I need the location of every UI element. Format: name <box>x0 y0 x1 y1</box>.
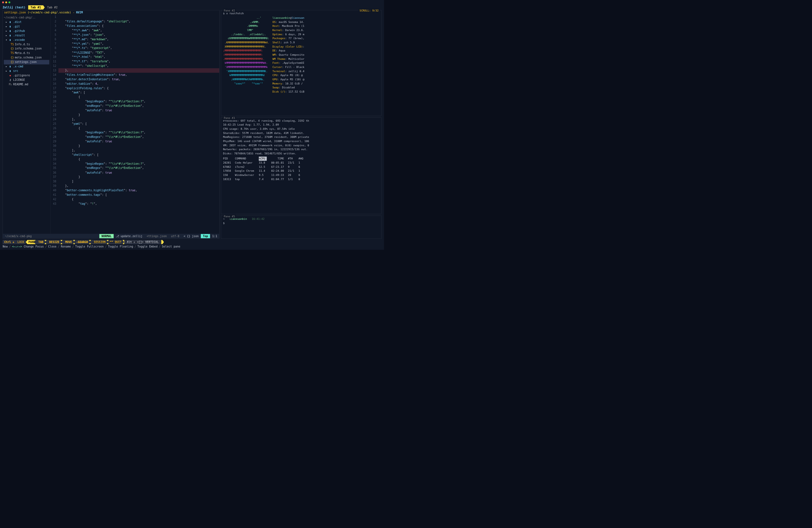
code-line[interactable]: "beginRegex": "^\\s*#\\s*Section:?", <box>59 162 219 166</box>
code-line[interactable]: "tag": "!", <box>59 202 219 206</box>
code-line[interactable]: "**/*.awk": "awk", <box>59 28 219 33</box>
tree-dir-.vscode[interactable]: ▾ ▮ .vscode <box>4 38 49 42</box>
code-line[interactable]: "**/*": "shellscript", <box>59 64 219 68</box>
code-line[interactable]: "editor.tabSize": 4, <box>59 82 219 86</box>
tree-file-Info.d.ts[interactable]: TS Info.d.ts <box>4 42 49 47</box>
code-line[interactable]: "better-comments.highlightPlainText": tr… <box>59 188 219 193</box>
mode-lock[interactable]: LOCK <box>15 240 27 244</box>
code-line[interactable]: ], <box>59 117 219 122</box>
tree-dir-.dist[interactable]: ▸ ▮ .dist <box>4 20 49 24</box>
tree-file-LICENSE[interactable]: ⚷ LICENSE <box>4 78 49 82</box>
tree-dir-.x-cmd[interactable]: ▸ ▮ .x-cmd <box>4 64 49 69</box>
code-line[interactable]: "beginRegex": "^\\s*#\\s*Section:?", <box>59 131 219 135</box>
code-line[interactable]: { <box>59 197 219 202</box>
code-line[interactable]: "autoFold": true <box>59 139 219 144</box>
minimize-icon[interactable] <box>5 1 7 3</box>
tree-file-settings.json[interactable]: {} settings.json <box>4 60 49 64</box>
code-line[interactable]: "**/*.yml": "yaml", <box>59 42 219 46</box>
tree-file-.gitignore[interactable]: ◆ .gitignore <box>4 73 49 78</box>
tree-file-meta.schema.json[interactable]: {} meta.schema.json <box>4 55 49 60</box>
code-line[interactable]: "**/*.ts": "typescript", <box>59 46 219 51</box>
file-tree[interactable]: ~/xcmd/x-cmd-pkg/.. ▸ ▮ .dist ▸ ▮ .git ▸… <box>3 15 50 233</box>
close-icon[interactable] <box>2 1 4 3</box>
code-line[interactable]: "beginRegex": "^\\s*#\\s*Section:?", <box>59 99 219 104</box>
hint-toggle-embed[interactable]: Toggle Embed <box>137 245 158 248</box>
tree-file-README.md[interactable]: M↓ README.md <box>4 82 49 87</box>
line-number: 28 <box>50 135 56 139</box>
code-line[interactable]: "**/*.md": "markdown", <box>59 37 219 42</box>
pane-2[interactable]: Pane #2 SCROLL: 9/32 $ x fastfetch ..' ,… <box>221 10 381 116</box>
code-line[interactable]: "editor.detectIndentation": true, <box>59 77 219 82</box>
line-number: 2 <box>50 19 56 24</box>
hint-sep: / <box>105 245 107 248</box>
ff-info-row: Font: .AppleSystemUI <box>273 61 379 65</box>
tree-dir-.github[interactable]: ▸ ▮ .github <box>4 29 49 33</box>
tab-2[interactable]: Tab #2 <box>45 5 60 10</box>
code-line[interactable]: "autoFold": true <box>59 170 219 175</box>
code-line[interactable]: "explicitFolding.rules": { <box>59 86 219 91</box>
code-line[interactable]: "awk": [ <box>59 91 219 95</box>
tab-1[interactable]: Tab #1 <box>28 5 44 10</box>
tree-dir-.result[interactable]: ▸ ▮ .result <box>4 33 49 38</box>
tree-dir-src[interactable]: ▸ ▮ src <box>4 69 49 73</box>
hint-toggle-floating[interactable]: Toggle Floating <box>108 245 133 248</box>
code-line[interactable]: { <box>59 157 219 162</box>
code-line[interactable]: "shellscript": [ <box>59 153 219 157</box>
mode-pane[interactable]: PANE TAB RESIZE MOVE SEARCH SESSION QUIT… <box>26 240 164 244</box>
mode-tab[interactable]: TAB <box>34 240 46 244</box>
maximize-icon[interactable] <box>9 1 10 3</box>
hint-toggle-fullscreen[interactable]: Toggle Fullscreen <box>75 245 104 248</box>
code-line[interactable]: "files.defaultLanguage": "shellscript", <box>59 19 219 24</box>
pane-5[interactable]: Pane #5 ~ liaoxuanbin 16:41:42 $ <box>221 216 381 239</box>
hint-close[interactable]: Close <box>48 245 57 248</box>
mode-resize[interactable]: RESIZE <box>45 240 62 244</box>
tree-root[interactable]: ~/xcmd/x-cmd-pkg/.. <box>4 15 49 20</box>
hint-change-focus[interactable]: <←↓↑→> Change Focus <box>12 245 44 248</box>
ff-info-row: Cursor: Fill - Black <box>273 65 379 69</box>
line-number: 43 <box>50 202 56 206</box>
mode-session[interactable]: SESSION <box>90 240 108 244</box>
code-line[interactable]: ], <box>59 148 219 153</box>
code-line[interactable]: { <box>59 126 219 131</box>
code-line[interactable]: } <box>59 144 219 148</box>
code-line[interactable]: }, <box>59 184 219 188</box>
code-line[interactable]: "endRegex": "^\\s*#\\s*EndSection", <box>59 135 219 139</box>
code-line[interactable]: "yaml": [ <box>59 122 219 126</box>
logo-line: kMMMMMMMMMMMMMMMMMMMMd <box>223 73 270 77</box>
code-line[interactable]: "endRegex": "^\\s*#\\s*EndSection", <box>59 166 219 170</box>
pane-3[interactable]: Pane #3 Processes: 697 total, 4 running,… <box>221 118 381 214</box>
hint-rename[interactable]: Rename <box>61 245 71 248</box>
hint-new[interactable]: New <box>2 245 8 248</box>
line-number: 29 <box>50 139 56 144</box>
line-number: 32 <box>50 153 56 157</box>
code-line[interactable]: ] <box>59 179 219 184</box>
code-line[interactable]: "files.associations": { <box>59 24 219 28</box>
code-content[interactable]: "files.defaultLanguage": "shellscript", … <box>59 15 219 233</box>
folder-icon: ▮ <box>9 20 12 24</box>
code-line[interactable]: "**/*.json": "json", <box>59 33 219 37</box>
code-line[interactable]: "endRegex": "^\\s*#\\s*EndSection", <box>59 104 219 108</box>
code-line[interactable]: { <box>59 95 219 99</box>
mode-quit[interactable]: QUIT <box>107 240 124 244</box>
code-line[interactable]: "**/LICENSE": "TXT", <box>59 51 219 55</box>
tree-dir-.git[interactable]: ▸ ▮ .git <box>4 24 49 29</box>
code-line[interactable]: "**/*.html": "html", <box>59 55 219 59</box>
code-line[interactable]: "better-comments.tags": [ <box>59 193 219 197</box>
line-number: 39 <box>50 184 56 188</box>
code-line[interactable]: "**/*.tf": "terraform", <box>59 59 219 64</box>
hint-select-pane[interactable]: Select pane <box>162 245 180 248</box>
code-line[interactable] <box>59 15 219 19</box>
pane-5-prompt[interactable]: $ <box>223 221 380 225</box>
line-number: 23 <box>50 113 56 117</box>
tree-file-Meta.d.ts[interactable]: TS Meta.d.ts <box>4 51 49 55</box>
code-line[interactable]: } <box>59 113 219 117</box>
code-area[interactable]: 1234567891011121314151617181920212223242… <box>50 15 219 233</box>
code-line[interactable]: }, <box>59 68 219 73</box>
mode-move[interactable]: MOVE <box>61 240 75 244</box>
code-line[interactable]: "autoFold": true <box>59 108 219 113</box>
code-line[interactable]: } <box>59 175 219 179</box>
code-line[interactable]: "files.trimTrailingWhitespace": true, <box>59 73 219 77</box>
top-row: 150 WindowServer 9.5 11:49:33 20 6 <box>223 173 380 177</box>
mode-search[interactable]: SEARCH <box>74 240 91 244</box>
tree-file-info.schema.json[interactable]: {} info.schema.json <box>4 47 49 51</box>
